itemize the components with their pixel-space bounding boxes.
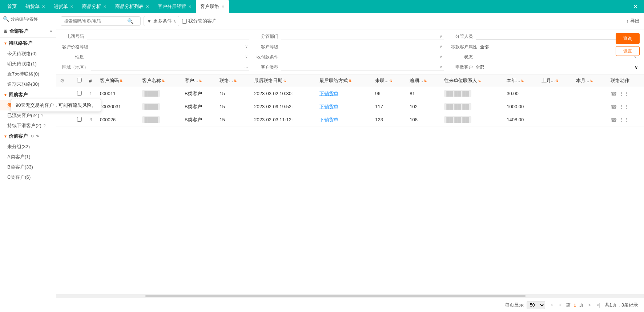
phone-input[interactable] <box>87 33 249 40</box>
action-more-2[interactable]: ⋮⋮ <box>619 117 629 123</box>
sidebar-item-today[interactable]: 今天待联络(0) <box>0 49 56 59</box>
sidebar-item-a-class[interactable]: A类客户(1) <box>0 152 56 162</box>
last-page-btn[interactable]: >| <box>595 302 601 308</box>
my-customers-checkbox[interactable] <box>182 19 187 24</box>
main-search-icon[interactable]: 🔍 <box>127 18 133 24</box>
person-select[interactable]: ··· <box>476 33 638 40</box>
action-contact-1[interactable]: ☎ <box>611 104 617 110</box>
close-tab-customer-seg[interactable]: ✕ <box>188 4 192 9</box>
th-uncontacted[interactable]: 未联...⇅ <box>371 74 406 87</box>
sidebar-item-c-class[interactable]: C类客户(6) <box>0 172 56 182</box>
th-action: 联络动作 <box>607 74 644 87</box>
th-last-month[interactable]: 上月...⇅ <box>538 74 572 87</box>
sidebar-item-overdue[interactable]: 逾期未联络(30) <box>0 79 56 89</box>
grid-icon: ⊞ <box>4 29 7 34</box>
close-window-btn[interactable]: ✕ <box>630 3 641 11</box>
sidebar-item-lost[interactable]: 已流失客户(24) ? <box>0 110 56 121</box>
cell-last-date-0: 2023-03-02 10:30: <box>250 87 315 100</box>
th-contact[interactable]: 联络...⇅ <box>216 74 250 87</box>
customer-type-chevron: ∨ <box>439 65 442 69</box>
tab-analysis[interactable]: 商品分析 ✕ <box>78 0 111 13</box>
th-partner[interactable]: 往来单位联系人⇅ <box>440 74 503 87</box>
prev-page-btn[interactable]: < <box>558 302 563 308</box>
action-more-1[interactable]: ⋮⋮ <box>619 104 629 110</box>
tab-sales[interactable]: 销货单 ✕ <box>21 0 49 13</box>
refresh-icon[interactable]: ↻ <box>31 134 34 139</box>
row-checkbox-2[interactable] <box>77 117 82 122</box>
edit-icon[interactable]: ✎ <box>36 134 39 139</box>
close-tab-purchase[interactable]: ✕ <box>70 4 73 9</box>
sidebar-group-value[interactable]: ▼ 价值客户 ↻ ✎ <box>0 131 56 142</box>
sidebar-item-tomorrow[interactable]: 明天待联络(1) <box>0 59 56 69</box>
row-checkbox-0[interactable] <box>77 91 82 96</box>
customer-type-select[interactable]: ∨ <box>281 64 444 70</box>
action-contact-2[interactable]: ☎ <box>611 117 617 123</box>
tab-customer-seg[interactable]: 客户分层经营 ✕ <box>153 0 196 13</box>
cell-contact-1: 15 <box>216 100 250 113</box>
horizontal-scrollbar[interactable] <box>56 294 644 298</box>
next-page-btn[interactable]: > <box>587 302 592 308</box>
first-page-btn[interactable]: |< <box>548 302 555 308</box>
th-last-way[interactable]: 最后联络方式⇅ <box>316 74 372 87</box>
tab-customer-contact[interactable]: 客户联络 ✕ <box>196 0 229 13</box>
sidebar-item-7days[interactable]: 近7天待联络(0) <box>0 69 56 79</box>
sort-last-month: ⇅ <box>555 79 558 83</box>
payment-select[interactable]: ∨ <box>281 54 444 60</box>
sidebar-item-ungrouped[interactable]: 未分组(32) <box>0 142 56 152</box>
sidebar-group-pending[interactable]: ▼ 待联络客户 <box>0 38 56 49</box>
th-last-date[interactable]: 最后联络日期⇅ <box>250 74 315 87</box>
filter-chevron: ∧ <box>173 19 176 23</box>
region-select[interactable]: ··· <box>91 64 249 70</box>
cell-last-way-0[interactable]: 下销货单 <box>316 87 372 100</box>
sidebar-all-customers[interactable]: ⊞ 全部客户 « <box>0 25 56 38</box>
settings-filter-btn[interactable]: 设置 <box>616 46 640 56</box>
customer-level-select[interactable]: ∨ <box>281 44 444 50</box>
th-this-year[interactable]: 本年...⇅ <box>503 74 538 87</box>
cell-check-0 <box>73 87 85 100</box>
th-overdue[interactable]: 逾期...⇅ <box>406 74 440 87</box>
close-tab-sales[interactable]: ✕ <box>42 4 45 9</box>
sidebar-search-input[interactable] <box>11 16 56 21</box>
th-type[interactable]: 客户...⇅ <box>181 74 216 87</box>
th-this-month[interactable]: 本月...⇅ <box>572 74 607 87</box>
cell-check-2 <box>73 113 85 126</box>
close-tab-analysis[interactable]: ✕ <box>103 4 106 9</box>
sort-this-month: ⇅ <box>590 79 593 83</box>
gender-select[interactable]: ∨ <box>87 54 249 60</box>
cell-type-0: B类客户 <box>181 87 216 100</box>
cell-last-way-1[interactable]: 下销货单 <box>316 100 372 113</box>
action-more-0[interactable]: ⋮⋮ <box>619 91 629 97</box>
close-tab-analysis-list[interactable]: ✕ <box>146 4 149 9</box>
action-contact-0[interactable]: ☎ <box>611 91 617 97</box>
main-search-input[interactable] <box>64 19 126 24</box>
churn-tooltip: 90天无交易的客户，可能有流失风险。 <box>11 99 56 112</box>
page-size-select[interactable]: 50 100 200 <box>527 301 545 309</box>
query-btn[interactable]: 查询 <box>616 33 640 44</box>
export-btn[interactable]: ↑ 导出 <box>627 18 640 24</box>
payment-chevron: ∨ <box>439 54 442 59</box>
filter-price-level: 客户价格等级 ∨ <box>62 44 249 50</box>
close-tab-customer-contact[interactable]: ✕ <box>221 4 225 9</box>
cell-last-way-2[interactable]: 下销货单 <box>316 113 372 126</box>
more-filter-btn[interactable]: ▼ 更多条件 ∧ <box>144 16 179 26</box>
tab-analysis-list[interactable]: 商品分析列表 ✕ <box>111 0 153 13</box>
region-chevron: ··· <box>245 65 248 69</box>
filter-zero-customer: 零散客户 全部 ∨ <box>451 64 638 70</box>
dept-select[interactable]: ∨ <box>281 33 444 40</box>
tab-home[interactable]: 首页 <box>3 0 21 13</box>
sidebar-item-b-class[interactable]: B类客户(33) <box>0 162 56 172</box>
cell-uncontacted-1: 117 <box>371 100 406 113</box>
tab-purchase[interactable]: 进货单 ✕ <box>49 0 78 13</box>
settings-gear-icon[interactable]: ⚙ <box>60 78 65 84</box>
th-name[interactable]: 客户名称⇅ <box>138 74 181 87</box>
arrow-churn: ▼ <box>4 93 7 97</box>
sidebar-item-declining[interactable]: 持续下滑客户(2) ? <box>0 121 56 131</box>
select-all-checkbox[interactable] <box>77 78 82 82</box>
th-settings[interactable]: ⚙ <box>56 74 73 87</box>
status-select[interactable]: ∨ <box>476 54 638 60</box>
sort-name: ⇅ <box>162 79 165 83</box>
filter-actions: 查询 设置 <box>616 33 640 56</box>
price-level-select[interactable]: ∨ <box>91 44 249 50</box>
table-row: 2 00030031 ████ B类客户 15 2023-02-09 19:52… <box>56 100 644 113</box>
th-code[interactable]: 客户编码⇅ <box>96 74 139 87</box>
